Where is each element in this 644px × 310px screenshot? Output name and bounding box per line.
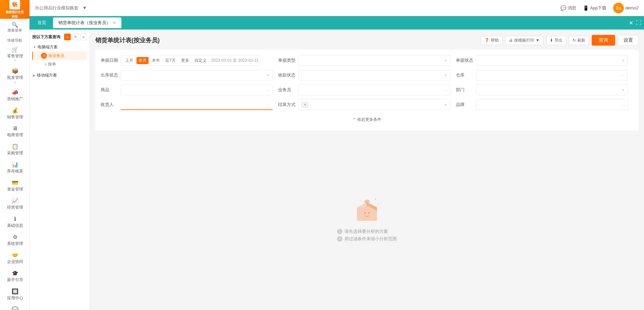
newbie-icon: 🎓: [12, 270, 18, 276]
sidebar-item-purchase[interactable]: 📋 采购管理: [0, 141, 29, 159]
salesperson-label: 业务员: [278, 87, 296, 93]
date-tab-custom[interactable]: 自定义: [193, 57, 209, 64]
collapse-arrow-icon: ⌃: [353, 117, 356, 122]
doc-type-control[interactable]: ▼: [298, 55, 450, 66]
finance-icon: 💳: [12, 179, 18, 186]
mobile-group-label-text: 移动端方案: [37, 72, 57, 78]
page-title: 销货单统计表(按业务员): [95, 36, 160, 44]
print-btn[interactable]: 🖨 按模板打印 ▼: [505, 36, 543, 45]
sidebar-item-finance[interactable]: 💳 资金管理: [0, 177, 29, 195]
tree-item-by-salesperson[interactable]: 员 按业务员: [32, 51, 87, 60]
tab-expand-icon[interactable]: ⛶: [636, 20, 641, 26]
doc-status-control[interactable]: ▼: [476, 55, 628, 66]
help-icon: ❓: [484, 38, 489, 43]
help-btn[interactable]: ❓ 帮助: [481, 36, 502, 45]
topbar: 办公用品行业模拟账套 ▼ 💬 消息 📱 App下载 Ea demo2: [30, 0, 644, 16]
user-menu[interactable]: Ea demo2: [613, 3, 639, 13]
sidebar-item-wechat[interactable]: 💬 企业微信: [0, 304, 29, 310]
sidebar-item-apps[interactable]: 🔲 应用中心: [0, 286, 29, 304]
tab-sales-stats[interactable]: 销货单统计表（按业务员） ✕: [53, 17, 121, 28]
topbar-title: 办公用品行业模拟账套: [35, 5, 78, 11]
filter-field-goods: 商品 ···: [101, 85, 278, 95]
settings-btn[interactable]: 设置: [618, 35, 639, 46]
date-tab-this-year[interactable]: 本年: [150, 57, 162, 64]
filter-area: 单据日期 上月 本月 本年 近7天 更多 自定义 2023-03-01 至 20…: [95, 50, 639, 131]
brand-dots-icon: ···: [621, 102, 625, 107]
message-label: 消息: [568, 5, 576, 11]
sidebar-item-retail[interactable]: 🛒 零售管理 ▼: [0, 44, 29, 65]
filter-field-consignee: 收货人 ···: [101, 99, 278, 110]
tip-text-1: 请先选择要分析的方案: [344, 228, 388, 235]
system-icon: ⚙: [13, 234, 17, 240]
sidebar-item-enterprise[interactable]: 🤝 企业协同: [0, 249, 29, 267]
mobile-group-label[interactable]: ▶ 移动端方案: [32, 71, 87, 80]
empty-tips: 1 请先选择要分析的方案 2 用过滤条件来缩小分析范围: [337, 228, 397, 243]
sidebar-search[interactable]: 🔍 搜索菜单: [0, 19, 29, 36]
export-icon: ⬇: [550, 38, 553, 43]
salesperson-item-icon: 员: [41, 53, 47, 59]
tab-close-all-icon[interactable]: ✕: [629, 20, 633, 26]
app-download-btn[interactable]: 📱 App下载: [583, 5, 606, 11]
desktop-group: ▼ 电脑端方案 员 按业务员 ≡ 按单: [32, 43, 87, 68]
mobile-group-expand-icon: ▶: [33, 73, 36, 77]
sidebar-item-sales[interactable]: 💰 销售管理: [0, 105, 29, 123]
warehouse-control[interactable]: ···: [476, 70, 628, 81]
sidebar-item-marketing[interactable]: 📣 营销推广: [0, 87, 29, 105]
sub-item-icon: ≡: [44, 62, 47, 67]
sidebar-item-inventory[interactable]: 📊 库存核算: [0, 159, 29, 177]
date-tab-more[interactable]: 更多: [179, 57, 191, 64]
filter-field-salesperson: 业务员 ···: [278, 85, 455, 95]
svg-point-6: [378, 203, 379, 204]
filter-field-department: 部门 ▼: [456, 85, 633, 95]
panel-edit-btn[interactable]: ✎: [72, 34, 79, 40]
sidebar-item-operation[interactable]: 📈 经营管理: [0, 195, 29, 213]
sidebar-item-ecommerce[interactable]: 🖥 电商管理: [0, 123, 29, 141]
svg-point-5: [375, 198, 376, 200]
settlement-tag-close-icon[interactable]: ✕: [304, 103, 307, 107]
warehouse-dots-icon: ···: [621, 72, 625, 78]
sidebar-item-basic[interactable]: ℹ 基础信息: [0, 213, 29, 231]
message-btn[interactable]: 💬 消息: [560, 5, 576, 11]
group-label-text: 电脑端方案: [38, 44, 58, 50]
brand-control[interactable]: ···: [476, 99, 628, 110]
topbar-dropdown[interactable]: ▼: [83, 5, 87, 10]
export-btn[interactable]: ⬇ 导出: [546, 36, 566, 45]
sidebar-item-system[interactable]: ⚙ 系统管理: [0, 231, 29, 249]
query-btn[interactable]: 查询: [592, 35, 615, 46]
basic-icon: ℹ: [14, 216, 16, 222]
goods-control[interactable]: ···: [121, 85, 273, 95]
date-tab-7days[interactable]: 近7天: [163, 57, 178, 64]
sidebar-item-newbie[interactable]: 🎓 新手引导: [0, 267, 29, 286]
panel-add-btn[interactable]: +: [64, 34, 71, 40]
salesperson-control[interactable]: ···: [298, 85, 450, 95]
date-label: 单据日期: [101, 57, 118, 63]
tab-home[interactable]: 首页: [32, 17, 52, 28]
consignee-control[interactable]: ···: [121, 99, 273, 110]
department-control[interactable]: ▼: [476, 85, 628, 95]
sidebar-item-wholesale[interactable]: 📦 批发管理 ▲: [0, 65, 29, 87]
enterprise-icon: 🤝: [12, 252, 18, 258]
goods-label: 商品: [101, 87, 118, 93]
sidebar-item-label: 营销推广: [7, 96, 23, 102]
department-arrow-icon: ▼: [622, 88, 625, 92]
settings-label: 设置: [624, 37, 633, 43]
date-control[interactable]: 上月 本月 本年 近7天 更多 自定义 2023-03-01 至 2023-03…: [121, 55, 261, 66]
settlement-control[interactable]: ✕ ▼: [298, 99, 450, 110]
out-status-control[interactable]: ▼: [121, 70, 273, 81]
collect-status-control[interactable]: ▼: [298, 70, 450, 81]
dropdown-arrow-icon: ▼: [83, 5, 87, 10]
date-tab-this-month[interactable]: 本月: [137, 57, 149, 64]
doc-type-label: 单据类型: [278, 57, 296, 63]
filter-field-doc-type: 单据类型 ▼: [278, 55, 455, 66]
sidebar-item-label: 系统管理: [7, 241, 23, 247]
desktop-group-label[interactable]: ▼ 电脑端方案: [32, 43, 87, 51]
refresh-btn[interactable]: ↻ 刷新: [569, 36, 589, 45]
tree-sub-item-by-order[interactable]: ≡ 按单: [32, 60, 87, 68]
panel-collapse-btn[interactable]: «: [80, 34, 87, 40]
sales-icon: 💰: [12, 107, 18, 114]
left-panel: 按以下方案查询 + ✎ « ▼ 电脑端方案 员 按业务员 ≡ 按: [30, 30, 90, 310]
query-label: 查询: [599, 37, 608, 43]
tab-close-icon[interactable]: ✕: [113, 20, 116, 25]
date-tab-last-month[interactable]: 上月: [123, 57, 135, 64]
collapse-row[interactable]: ⌃ 收起更多条件: [101, 114, 633, 125]
